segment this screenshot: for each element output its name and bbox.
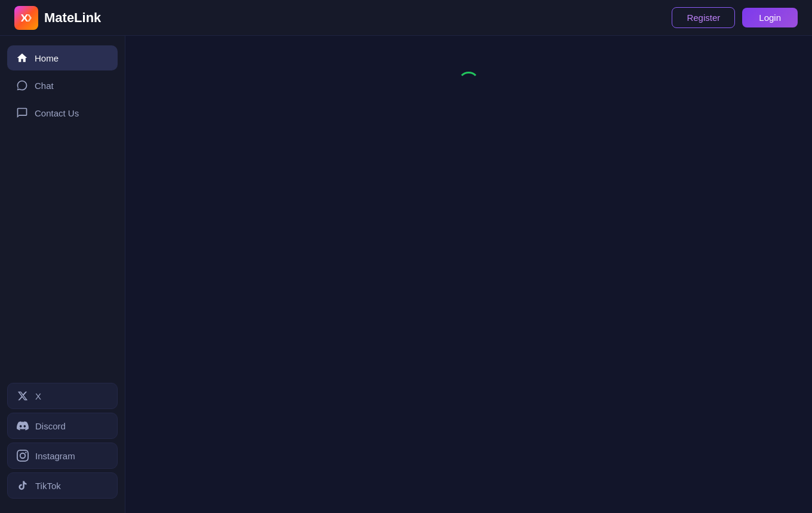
main-layout: Home Chat Contact Us xyxy=(0,36,812,513)
x-icon xyxy=(16,389,29,403)
contact-icon xyxy=(16,106,29,119)
sidebar-item-home-label: Home xyxy=(35,53,59,63)
sidebar-item-chat-label: Chat xyxy=(35,81,54,91)
chat-icon xyxy=(16,79,29,92)
social-item-discord[interactable]: Discord xyxy=(7,413,118,439)
loading-spinner xyxy=(458,72,479,93)
social-item-tiktok[interactable]: TikTok xyxy=(7,472,118,499)
sidebar: Home Chat Contact Us xyxy=(0,36,125,513)
content-area xyxy=(125,36,812,513)
navbar-actions: Register Login xyxy=(672,7,798,28)
register-button[interactable]: Register xyxy=(672,7,735,28)
social-item-x-label: X xyxy=(35,391,41,401)
instagram-icon xyxy=(16,449,29,462)
sidebar-item-contact-label: Contact Us xyxy=(35,108,79,118)
discord-icon xyxy=(16,419,29,432)
brand-logo xyxy=(14,6,38,30)
loading-spinner-container xyxy=(458,72,479,93)
social-item-x[interactable]: X xyxy=(7,383,118,409)
sidebar-item-contact[interactable]: Contact Us xyxy=(7,100,118,125)
brand-name: MateLink xyxy=(44,10,101,26)
sidebar-socials: X Discord Instagram xyxy=(7,383,118,503)
home-icon xyxy=(16,51,29,64)
sidebar-nav: Home Chat Contact Us xyxy=(7,45,118,383)
navbar: MateLink Register Login xyxy=(0,0,812,36)
login-button[interactable]: Login xyxy=(742,8,798,27)
social-item-instagram-label: Instagram xyxy=(35,451,75,461)
social-item-tiktok-label: TikTok xyxy=(35,481,61,491)
logo-icon xyxy=(19,11,33,25)
social-item-discord-label: Discord xyxy=(35,421,66,431)
sidebar-item-chat[interactable]: Chat xyxy=(7,73,118,98)
social-item-instagram[interactable]: Instagram xyxy=(7,443,118,469)
brand-logo-link[interactable]: MateLink xyxy=(14,6,101,30)
sidebar-item-home[interactable]: Home xyxy=(7,45,118,70)
tiktok-icon xyxy=(16,479,29,492)
